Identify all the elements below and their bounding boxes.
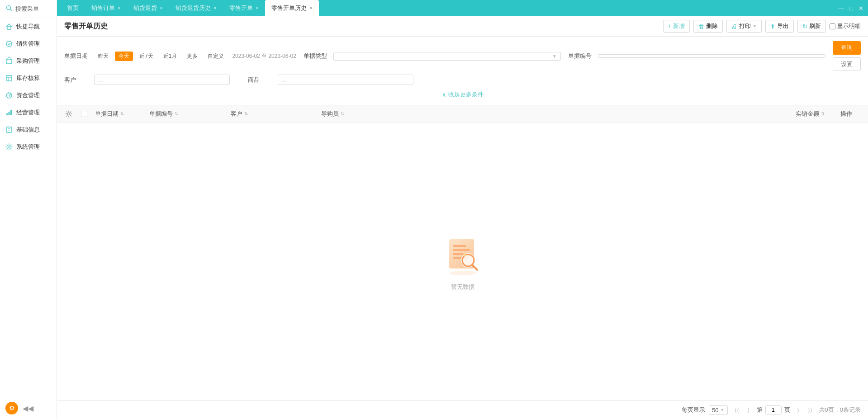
type-filter-label: 单据类型 [304,52,331,60]
main-content: 首页 销售订单 × 销货退货 × 销货退货历史 × 零售开单 × 零售开单历史 … [57,0,868,419]
date-btn-custom[interactable]: 自定义 [204,52,228,61]
sidebar-item-operations[interactable]: 经营管理 [0,104,57,121]
tab-retail-open[interactable]: 零售开单 × [223,0,265,16]
filter-row-1: 单据日期 昨天 今天 近7天 近1月 更多 自定义 2023-06-02 至 2… [64,41,861,71]
th-date[interactable]: 单据日期 ⇅ [91,110,146,118]
print-icon: 🖨 [731,23,737,30]
per-page-select[interactable]: 50 ▼ [709,405,727,415]
next-page-button[interactable]: ⟩ [793,405,804,415]
empty-state: 暂无数据 [57,122,868,400]
sidebar-item-label: 资金管理 [16,91,40,99]
tab-sales-order[interactable]: 销售订单 × [85,0,127,16]
svg-point-16 [8,146,10,148]
svg-rect-4 [6,59,12,64]
goods-filter-placeholder: ... [282,76,287,83]
tabs-bar-right: — □ ✕ [837,4,864,13]
last-page-button[interactable]: ⟩⟩ [805,405,816,415]
current-page-input[interactable] [765,405,782,414]
export-label: 导出 [777,22,789,30]
refresh-label: 刷新 [809,22,821,30]
page-label-after: 页 [784,406,790,414]
tab-sales-order-close[interactable]: × [118,5,121,11]
tab-sales-return-history[interactable]: 销货退货历史 × [169,0,223,16]
delete-button[interactable]: 🗑 删除 [693,20,723,33]
sidebar-item-label: 销售管理 [16,40,40,48]
tab-home[interactable]: 首页 [61,0,85,16]
per-page-dropdown-icon: ▼ [721,408,725,412]
query-button[interactable]: 查询 [833,41,861,55]
th-action: 操作 [828,110,864,118]
client-filter-label: 客户 [64,76,91,84]
display-detail-checkbox-label[interactable]: 显示明细 [830,22,861,30]
svg-point-17 [68,113,70,115]
display-detail-checkbox[interactable] [830,24,835,29]
search-icon [5,5,13,13]
sidebar-item-inventory[interactable]: 库存核算 [0,70,57,87]
tab-sales-return-close[interactable]: × [160,5,163,11]
collapse-conditions-button[interactable]: ∧ 收起更多条件 [442,90,484,99]
num-filter-input[interactable] [598,54,825,58]
sidebar: 搜索采单 快捷导航 销售管理 采购管理 库存核算 ¥ 资金管理 经 [0,0,57,419]
date-btn-7days[interactable]: 近7天 [136,52,157,61]
th-num-sort-icon: ⇅ [175,111,178,116]
svg-rect-13 [6,127,12,132]
goods-filter-input[interactable]: ... [278,75,413,85]
window-minimize-icon[interactable]: — [837,4,845,13]
tab-retail-open-label: 零售开单 [229,4,253,12]
table-settings-gear[interactable] [61,110,77,118]
th-amount[interactable]: 实销金额 ⇅ [783,110,828,118]
tab-retail-open-history-label: 零售开单历史 [271,4,307,12]
th-client-sort-icon: ⇅ [244,111,248,116]
first-page-button[interactable]: ⟨⟨ [731,405,742,415]
tab-retail-open-history[interactable]: 零售开单历史 × [265,0,319,16]
th-num[interactable]: 单据编号 ⇅ [146,110,227,118]
table-select-all-checkbox[interactable] [77,111,91,117]
tab-retail-open-close[interactable]: × [256,5,259,11]
empty-icon [440,232,485,278]
sidebar-item-basic-info[interactable]: 基础信息 [0,121,57,138]
th-client[interactable]: 客户 ⇅ [227,110,318,118]
date-btn-yesterday[interactable]: 昨天 [94,52,112,61]
sidebar-item-label: 库存核算 [16,74,40,82]
print-label: 打印 [739,22,751,30]
sidebar-item-quick-nav[interactable]: 快捷导航 [0,18,57,35]
client-filter-input[interactable]: ... [94,75,230,85]
sidebar-collapse-button[interactable]: ◀◀ [22,402,34,414]
date-range-display: 2023-06-02 至 2023-06-02 [232,52,296,60]
svg-rect-2 [7,27,11,29]
svg-rect-22 [453,249,470,251]
tab-sales-return-history-close[interactable]: × [213,5,217,11]
sidebar-item-system[interactable]: 系统管理 [0,138,57,155]
th-guide[interactable]: 导购员 ⇅ [318,110,372,118]
tab-sales-return[interactable]: 销货退货 × [127,0,169,16]
window-close-icon[interactable]: ✕ [858,4,864,13]
settings-gear-button[interactable]: ⚙ [5,402,18,414]
refresh-button[interactable]: ↻ 刷新 [797,20,826,33]
date-filter-label: 单据日期 [64,52,91,60]
sidebar-item-capital[interactable]: ¥ 资金管理 [0,87,57,104]
sales-icon [5,40,13,47]
print-button[interactable]: 🖨 打印 ▼ [726,20,762,33]
add-button[interactable]: + 新增 [663,20,690,33]
date-btn-more[interactable]: 更多 [183,52,201,61]
sidebar-item-sales-mgmt[interactable]: 销售管理 [0,35,57,52]
date-btn-1month[interactable]: 近1月 [160,52,181,61]
tabs-bar: 首页 销售订单 × 销货退货 × 销货退货历史 × 零售开单 × 零售开单历史 … [57,0,868,16]
page-label-before: 第 [757,406,763,414]
date-btn-today[interactable]: 今天 [115,52,133,61]
purchase-icon [5,57,13,65]
export-button[interactable]: ⬆ 导出 [765,20,794,33]
type-filter-select[interactable]: ▼ [333,52,561,61]
sidebar-item-purchase-mgmt[interactable]: 采购管理 [0,52,57,70]
type-dropdown-icon: ▼ [552,54,557,59]
window-maximize-icon[interactable]: □ [849,4,854,13]
sidebar-item-label: 系统管理 [16,143,40,151]
sidebar-item-label: 基础信息 [16,126,40,134]
tab-retail-open-history-close[interactable]: × [309,5,313,11]
svg-rect-10 [6,113,8,115]
prev-page-button[interactable]: ⟨ [743,405,754,415]
sidebar-search[interactable]: 搜索采单 [0,0,57,18]
th-client-label: 客户 [231,110,242,118]
home-icon [5,23,13,30]
filter-settings-button[interactable]: 设置 [833,57,861,71]
